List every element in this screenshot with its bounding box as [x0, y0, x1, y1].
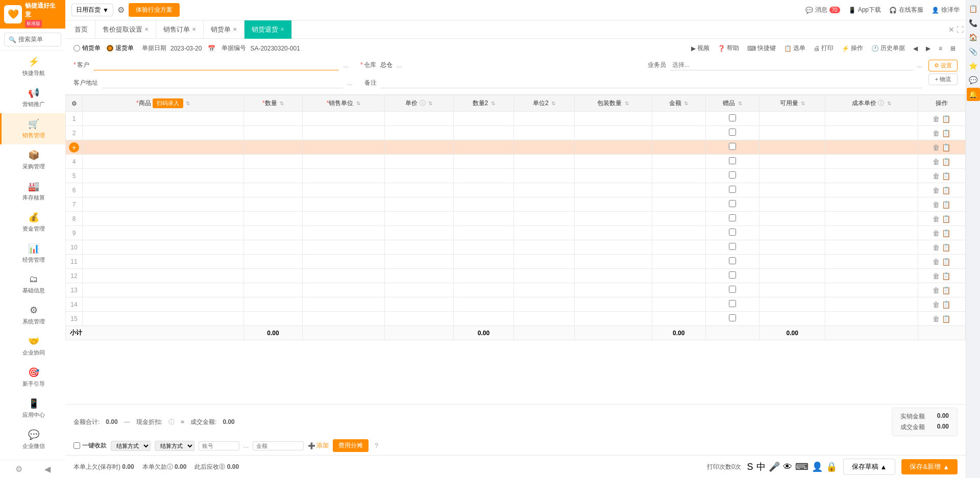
product-input[interactable] — [86, 144, 240, 151]
copy-row-button[interactable]: 📋 — [942, 158, 950, 166]
customer-input[interactable] — [93, 60, 339, 70]
close-tab-sales-return[interactable]: ✕ — [280, 27, 284, 32]
history-button[interactable]: 🕐 历史单据 — [869, 43, 907, 54]
maximize-button[interactable]: ⛶ — [957, 26, 964, 34]
right-tool-home[interactable]: 🏠 — [967, 31, 980, 44]
sidebar-item-sales[interactable]: 🛒 销售管理 — [0, 113, 65, 144]
gift-checkbox[interactable] — [729, 114, 736, 121]
keyboard-button[interactable]: ⌨ — [795, 461, 808, 473]
delete-row-button[interactable]: 🗑 — [933, 200, 940, 209]
copy-row-button[interactable]: 📋 — [942, 200, 950, 209]
radio-return-input[interactable] — [107, 45, 113, 52]
shortcut-button[interactable]: ⌨ 快捷键 — [745, 43, 778, 54]
right-tool-link[interactable]: 📎 — [967, 45, 980, 58]
radio-sales-input[interactable] — [74, 45, 80, 52]
gift-cell[interactable] — [705, 126, 759, 140]
qty2-cell[interactable] — [453, 112, 513, 126]
right-tool-chat[interactable]: 💬 — [967, 73, 980, 87]
tab-sales-return[interactable]: 销货退货 ✕ — [244, 20, 292, 39]
sidebar-item-shortcut[interactable]: ⚡ 快捷导航 — [0, 51, 65, 82]
address-input[interactable] — [102, 78, 343, 88]
payment-amount-input[interactable] — [253, 441, 304, 450]
close-tab-price-setting[interactable]: ✕ — [144, 27, 149, 32]
tab-sales-order[interactable]: 销售订单 ✕ — [156, 20, 204, 39]
amount-sort-icon[interactable]: ⇅ — [684, 100, 688, 106]
list-view-button[interactable]: ≡ — [937, 44, 944, 53]
price-info-icon[interactable]: ⓘ — [420, 99, 426, 107]
sidebar-item-purchase[interactable]: 📦 采购管理 — [0, 144, 65, 175]
select-order-button[interactable]: 📋 选单 — [782, 43, 807, 54]
sogou-icon-button[interactable]: S — [747, 461, 753, 473]
sidebar-item-guide[interactable]: 🎯 新手引导 — [0, 362, 65, 393]
price-cell[interactable] — [384, 126, 453, 140]
dropdown-arrow[interactable]: ▲ — [880, 463, 887, 471]
sidebar-item-operation[interactable]: 📊 经营管理 — [0, 238, 65, 269]
copy-row-button[interactable]: 📋 — [942, 143, 950, 152]
copy-row-button[interactable]: 📋 — [942, 300, 950, 309]
product-cell[interactable] — [83, 126, 244, 140]
date-picker-button[interactable]: 📅 — [206, 44, 217, 53]
right-tool-clipboard[interactable]: 📋 — [967, 2, 980, 15]
product-cell[interactable] — [83, 112, 244, 126]
copy-row-button[interactable]: 📋 — [942, 243, 950, 251]
avail-cell[interactable] — [760, 112, 825, 126]
amount-cell[interactable] — [652, 140, 705, 155]
copy-row-button[interactable]: 📋 — [942, 315, 950, 323]
tab-home[interactable]: 首页 — [67, 20, 95, 39]
delete-row-button[interactable]: 🗑 — [933, 129, 940, 137]
app-download-item[interactable]: 📱 App下载 — [848, 6, 881, 14]
cost-cell[interactable] — [825, 140, 918, 155]
amount-cell[interactable] — [652, 112, 705, 126]
scan-input-button[interactable]: 扫码录入 — [153, 98, 183, 108]
settings-bottom-button[interactable]: ⚙ — [15, 464, 22, 474]
cost-cell[interactable] — [825, 126, 918, 140]
delete-row-button[interactable]: 🗑 — [933, 258, 940, 266]
sidebar-item-wechat[interactable]: 💬 企业微信 — [0, 424, 65, 455]
delete-row-button[interactable]: 🗑 — [933, 172, 940, 180]
delete-row-button[interactable]: 🗑 — [933, 186, 940, 194]
right-tool-star[interactable]: ⭐ — [967, 59, 980, 72]
mic-button[interactable]: 🎤 — [769, 461, 780, 473]
copy-row-button[interactable]: 📋 — [942, 272, 950, 280]
add-payment-button[interactable]: ➕ 添加 — [308, 441, 329, 450]
gift-sort-icon[interactable]: ⇅ — [738, 100, 742, 106]
unit-cell[interactable] — [302, 140, 384, 155]
avail-cell[interactable] — [760, 140, 825, 155]
qty2-sort-icon[interactable]: ⇅ — [491, 100, 495, 106]
col-gear[interactable]: ⚙ — [66, 95, 83, 112]
delete-row-button[interactable]: 🗑 — [933, 143, 940, 152]
account-dots[interactable]: ... — [243, 442, 249, 449]
gift-checkbox[interactable] — [729, 143, 736, 150]
fee-help-button[interactable]: ? — [373, 441, 380, 450]
delete-row-button[interactable]: 🗑 — [933, 215, 940, 223]
radio-return[interactable]: 退货单 — [107, 44, 134, 53]
gift-checkbox[interactable] — [729, 129, 736, 136]
pkg-cell[interactable] — [574, 112, 652, 126]
collapse-button[interactable]: ◀ — [44, 464, 51, 474]
user-avatar-item[interactable]: 👤 徐泽华 — [932, 6, 960, 14]
next-record-button[interactable]: ▶ — [924, 44, 933, 53]
delete-row-button[interactable]: 🗑 — [933, 115, 940, 123]
pkg-cell[interactable] — [574, 126, 652, 140]
calc-method-select[interactable]: 结算方式 — [155, 441, 194, 451]
chinese-input-button[interactable]: 中 — [756, 461, 766, 473]
copy-row-button[interactable]: 📋 — [942, 215, 950, 223]
sidebar-item-basic[interactable]: 🗂 基础信息 — [0, 269, 65, 299]
discount-info-icon[interactable]: ⓘ — [168, 418, 175, 426]
gift-cell[interactable] — [705, 112, 759, 126]
cost-cell[interactable] — [825, 112, 918, 126]
security-button[interactable]: 🔒 — [826, 461, 837, 473]
price-cell[interactable] — [384, 140, 453, 155]
delete-row-button[interactable]: 🗑 — [933, 158, 940, 166]
warehouse-dots[interactable]: ... — [397, 62, 402, 69]
product-sort-icon[interactable]: ⇅ — [186, 100, 190, 106]
fee-split-button[interactable]: 费用分摊 — [333, 439, 369, 452]
sidebar-item-enterprise[interactable]: 🤝 企业协同 — [0, 331, 65, 362]
copy-row-button[interactable]: 📋 — [942, 186, 950, 194]
settings-button[interactable]: ⚙ 设置 — [928, 60, 958, 71]
pkg-sort-icon[interactable]: ⇅ — [625, 100, 629, 106]
copy-row-button[interactable]: 📋 — [942, 229, 950, 237]
save-draft-button[interactable]: 保存草稿 ▲ — [843, 459, 896, 475]
copy-row-button[interactable]: 📋 — [942, 286, 950, 294]
delete-row-button[interactable]: 🗑 — [933, 300, 940, 309]
